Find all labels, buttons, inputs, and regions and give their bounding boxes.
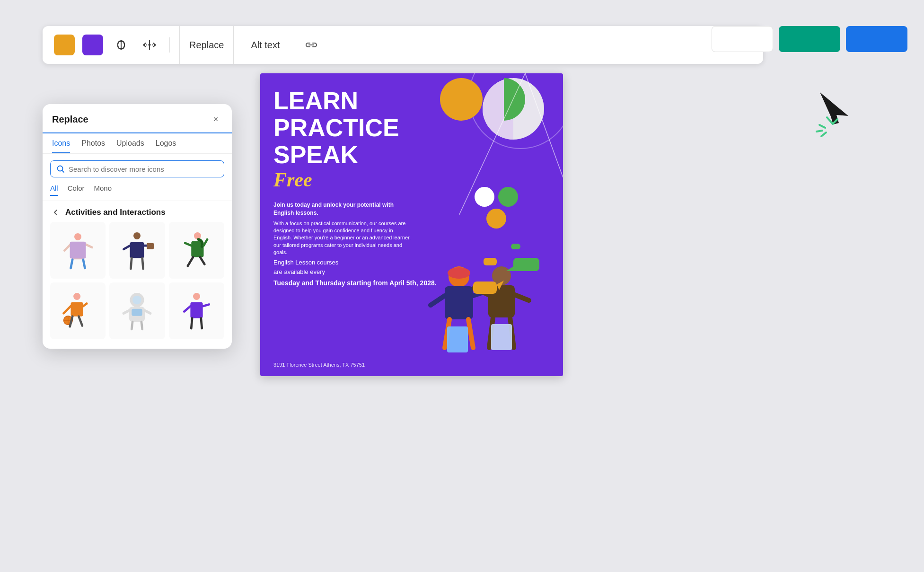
svg-rect-31: [473, 282, 497, 294]
person-icon-4: [60, 291, 96, 331]
svg-line-33: [827, 117, 833, 124]
svg-point-18: [193, 293, 200, 300]
back-button[interactable]: [50, 207, 62, 218]
speech-bubble-1: [511, 244, 520, 249]
design-canvas[interactable]: LEARN PRACTICE SPEAK Free Join us today …: [260, 73, 563, 376]
svg-rect-19: [190, 302, 202, 318]
filter-all[interactable]: All: [50, 184, 58, 196]
right-toolbar: [712, 26, 907, 52]
svg-point-1: [58, 166, 63, 171]
filter-mono[interactable]: Mono: [94, 184, 112, 196]
close-button[interactable]: ×: [209, 113, 222, 126]
canvas-address: 3191 Florence Street Athens, TX 75751: [273, 362, 365, 368]
search-icon: [56, 165, 65, 173]
svg-rect-28: [491, 324, 512, 350]
svg-rect-3: [70, 241, 86, 258]
alt-text-button[interactable]: Alt text: [241, 26, 289, 64]
dimension-input[interactable]: [712, 26, 773, 52]
filter-tabs: All Color Mono: [43, 184, 232, 201]
image-toolbar: Replace Alt text: [43, 26, 763, 64]
replace-panel: Replace × Icons Photos Uploads Logos All…: [43, 104, 232, 349]
svg-line-37: [821, 132, 826, 136]
svg-line-34: [833, 119, 837, 124]
replace-button[interactable]: Replace: [179, 26, 234, 64]
link-icon[interactable]: [301, 35, 322, 55]
icon-item-5[interactable]: [109, 282, 165, 339]
svg-point-2: [74, 233, 81, 240]
icon-item-6[interactable]: [169, 282, 224, 339]
svg-point-23: [448, 267, 470, 279]
svg-line-20: [525, 73, 563, 177]
svg-point-15: [133, 295, 142, 304]
tab-uploads[interactable]: Uploads: [116, 139, 144, 153]
canvas-line3: SPEAK: [273, 141, 399, 168]
svg-rect-5: [130, 242, 144, 258]
person-icon-1: [60, 230, 96, 271]
canvas-free: Free: [273, 169, 399, 191]
svg-rect-6: [147, 243, 154, 249]
canvas-main-title: LEARN PRACTICE SPEAK Free: [273, 88, 399, 191]
color-swatch-purple[interactable]: [82, 35, 103, 55]
icons-grid: [43, 222, 232, 339]
person-icon-5: [119, 291, 155, 331]
person-icon-6: [179, 291, 214, 331]
svg-line-35: [819, 125, 825, 128]
canvas-join-text: Join us today and unlock your potential …: [273, 201, 412, 217]
loading-indicator: [813, 114, 841, 144]
canvas-speak: SPEAK: [273, 141, 358, 168]
svg-rect-17: [132, 308, 143, 316]
color-swatch-yellow[interactable]: [54, 35, 75, 55]
canvas-line1: LEARN: [273, 88, 399, 114]
svg-rect-24: [445, 286, 473, 319]
tab-icons[interactable]: Icons: [52, 139, 70, 153]
icon-item-2[interactable]: [109, 222, 165, 279]
panel-header: Replace ×: [43, 104, 232, 133]
canvas-body-detail: With a focus on practical communication,…: [273, 220, 412, 256]
search-box: [50, 160, 224, 177]
panel-tabs: Icons Photos Uploads Logos: [43, 133, 232, 154]
divider-1: [169, 37, 170, 53]
icon-item-1[interactable]: [50, 222, 106, 279]
category-title: Activities and Interactions: [65, 208, 166, 217]
flip-icon[interactable]: [139, 35, 160, 55]
svg-line-36: [817, 131, 822, 132]
category-header: Activities and Interactions: [43, 201, 232, 222]
person-icon-2: [119, 230, 155, 271]
svg-rect-25: [447, 326, 468, 352]
blue-action-button[interactable]: [846, 26, 907, 52]
tab-logos[interactable]: Logos: [156, 139, 176, 153]
canvas-line2: PRACTICE: [273, 114, 399, 141]
svg-point-4: [133, 232, 141, 239]
svg-rect-10: [71, 302, 83, 316]
canvas-body-text: Join us today and unlock your potential …: [273, 201, 412, 256]
svg-point-9: [73, 293, 80, 300]
panel-title: Replace: [52, 114, 88, 125]
svg-rect-29: [513, 258, 539, 271]
icon-item-4[interactable]: [50, 282, 106, 339]
filter-color[interactable]: Color: [68, 184, 85, 196]
svg-point-7: [194, 232, 201, 239]
tab-photos[interactable]: Photos: [81, 139, 105, 153]
people-illustration: [412, 253, 563, 376]
icon-item-3[interactable]: [169, 222, 224, 279]
person-icon-3: [179, 230, 214, 271]
search-input[interactable]: [69, 165, 218, 173]
green-action-button[interactable]: [779, 26, 840, 52]
opacity-icon[interactable]: [111, 35, 132, 55]
